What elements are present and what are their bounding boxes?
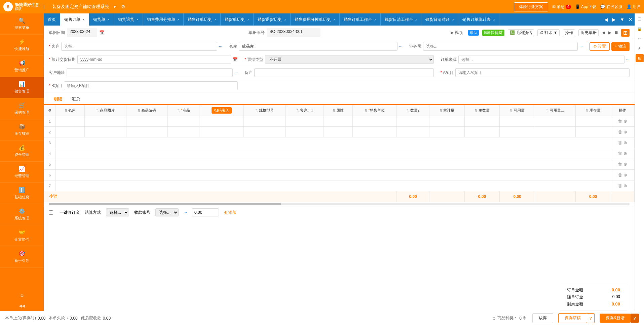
calendar-icon[interactable]: 📅 <box>99 30 104 35</box>
scan-button[interactable]: 扫码录入 <box>212 107 232 114</box>
tab-close-sales-expense[interactable]: × <box>178 18 180 22</box>
row1-unit[interactable] <box>352 116 397 127</box>
tab-sales-return[interactable]: 销货退货 × <box>114 13 143 26</box>
delivery-date-input[interactable] <box>77 55 231 64</box>
right-panel-icon-2[interactable]: 🔒 <box>636 25 644 33</box>
row7-copy-icon[interactable]: ⊕ <box>623 183 627 188</box>
tab-cash-reconcile[interactable]: 钱货日清对账 × <box>421 13 458 26</box>
doc-date-value[interactable]: 2023-03-24 <box>67 28 97 37</box>
sidebar-item-enterprise[interactable]: 🤝 企业协同 <box>0 225 44 246</box>
staff-ellipsis-button[interactable]: ··· <box>579 44 583 49</box>
operate-button[interactable]: 操作 <box>563 29 575 36</box>
tab-close-sales-order[interactable]: × <box>83 18 85 22</box>
customer-ellipsis-button[interactable]: ··· <box>219 44 222 49</box>
row5-delete-icon[interactable]: 🗑 <box>618 162 622 167</box>
system-dropdown-icon[interactable]: ▼ <box>113 4 117 9</box>
one-key-payment-checkbox[interactable] <box>49 210 53 215</box>
row2-attribute[interactable] <box>324 127 352 137</box>
tab-sales-invoice[interactable]: 销货单 × <box>89 13 114 26</box>
remark-input[interactable] <box>254 68 433 77</box>
row6-copy-icon[interactable]: ⊕ <box>623 172 627 177</box>
row2-main-qty[interactable] <box>464 127 500 137</box>
row2-stock[interactable] <box>575 127 611 137</box>
row1-copy-icon[interactable]: ⊕ <box>623 119 627 124</box>
address-ellipsis[interactable]: ··· <box>234 70 238 75</box>
row2-unit[interactable] <box>352 127 397 137</box>
row1-attribute[interactable] <box>324 116 352 127</box>
row2-warehouse[interactable] <box>56 127 85 137</box>
bank-select[interactable]: 选择... <box>155 208 179 216</box>
sidebar-item-search[interactable]: 🔍 搜索菜单 <box>0 13 44 35</box>
add-logistics-button[interactable]: + 物流 <box>611 42 630 51</box>
customer-input[interactable] <box>61 42 217 51</box>
tab-sales-invoice-history[interactable]: 销货单历史 × <box>221 13 254 26</box>
save-new-button[interactable]: 保存&新增 <box>600 314 631 323</box>
col-settings[interactable]: ⚙ <box>44 105 56 116</box>
user-button[interactable]: 👤 用户 <box>627 4 641 10</box>
tab-dropdown-button[interactable]: ▼ <box>618 17 627 22</box>
order-source-ellipsis[interactable]: ··· <box>626 57 630 62</box>
row1-main-unit[interactable] <box>429 116 464 127</box>
row3-copy-icon[interactable]: ⊕ <box>623 140 627 145</box>
row2-main-unit[interactable] <box>429 127 464 137</box>
sidebar-item-system[interactable]: ⚙️ 系统管理 <box>0 204 44 225</box>
tab-cash-workbench[interactable]: 钱货日清工作台 × <box>381 13 422 26</box>
tab-close-all-button[interactable]: ✕ <box>627 17 635 22</box>
horizontal-scrollbar[interactable] <box>49 203 630 205</box>
tab-home[interactable]: 首页 <box>44 13 60 26</box>
nav-right-button[interactable]: ▶ <box>608 30 611 35</box>
tab-sales-return-history[interactable]: 销货退货历史 × <box>254 13 291 26</box>
tab-close-sales-invoice-history[interactable]: × <box>247 18 249 22</box>
row1-available2[interactable] <box>535 116 576 127</box>
row1-code[interactable] <box>126 116 168 127</box>
pay-method-select[interactable]: 选择... <box>106 208 129 216</box>
row2-customer-code[interactable] <box>286 127 324 137</box>
tab-close-sales-return[interactable]: × <box>137 18 139 22</box>
row2-delete-icon[interactable]: 🗑 <box>618 129 622 134</box>
row1-delete-icon[interactable]: 🗑 <box>618 119 622 124</box>
row5-copy-icon[interactable]: ⊕ <box>623 162 627 167</box>
add-button[interactable]: ⊕ 添加 <box>224 210 236 215</box>
history-button[interactable]: 历史单据 <box>578 29 599 36</box>
sidebar-item-sales[interactable]: 📊 销售管理 <box>0 77 44 98</box>
sidebar-item-finance[interactable]: 💰 资金管理 <box>0 140 44 162</box>
warehouse-input[interactable] <box>239 42 397 51</box>
tab-close-sales-order-history[interactable]: × <box>214 18 216 22</box>
payment-amount-input[interactable] <box>192 208 219 216</box>
row2-code[interactable] <box>126 127 168 137</box>
row1-warehouse[interactable] <box>56 116 85 127</box>
row2-qty2[interactable] <box>397 127 429 137</box>
right-panel-icon-3[interactable]: ✏ <box>636 35 644 43</box>
row1-customer-code[interactable] <box>286 116 324 127</box>
address-input[interactable] <box>67 68 233 77</box>
discard-button[interactable]: 放弃 <box>532 313 553 323</box>
view-video-button[interactable]: ▶ 视频 <box>449 29 465 36</box>
row2-copy-icon[interactable]: ⊕ <box>623 129 627 134</box>
row2-img[interactable] <box>84 127 126 137</box>
row2-available2[interactable] <box>535 127 576 137</box>
tab-close-sales-invoice[interactable]: × <box>108 18 110 22</box>
b-project-input[interactable] <box>64 81 238 90</box>
sidebar-collapse-icon[interactable]: ◀◀ <box>0 301 44 311</box>
row2-spec[interactable] <box>244 127 286 137</box>
shortcut-badge[interactable]: ⌨ 快捷键 <box>482 30 504 36</box>
online-service-button[interactable]: 💬 在线客服 <box>600 4 622 10</box>
doc-num-value[interactable]: SO-20230324-001 <box>267 28 320 37</box>
app-download-button[interactable]: 📱 App下载 <box>575 4 596 10</box>
tab-detail[interactable]: 明细 <box>49 94 67 105</box>
row1-img[interactable] <box>84 116 126 127</box>
table-toggle-button[interactable]: ⊞ <box>621 29 630 37</box>
tab-sales-expense[interactable]: 销售费用分摊单 × <box>143 13 184 26</box>
tab-close-sales-stats[interactable]: × <box>493 18 495 22</box>
save-new-dropdown-button[interactable]: ∨ <box>631 314 639 323</box>
view-toggle-button[interactable]: ≡ <box>615 30 618 36</box>
row4-delete-icon[interactable]: 🗑 <box>618 151 622 156</box>
row1-main-qty[interactable] <box>464 116 500 127</box>
tab-sales-order[interactable]: 销售订单 × <box>60 13 89 26</box>
help-badge[interactable]: 帮助 <box>468 30 479 36</box>
sidebar-item-baseinfo[interactable]: ℹ️ 基础信息 <box>0 183 44 204</box>
settings-gear-button[interactable]: ⚙ <box>121 4 125 9</box>
row3-empty[interactable] <box>56 137 611 148</box>
right-panel-icon-1[interactable]: ☐ <box>636 15 644 23</box>
settings-button[interactable]: ⚙ 设置 <box>590 42 610 51</box>
